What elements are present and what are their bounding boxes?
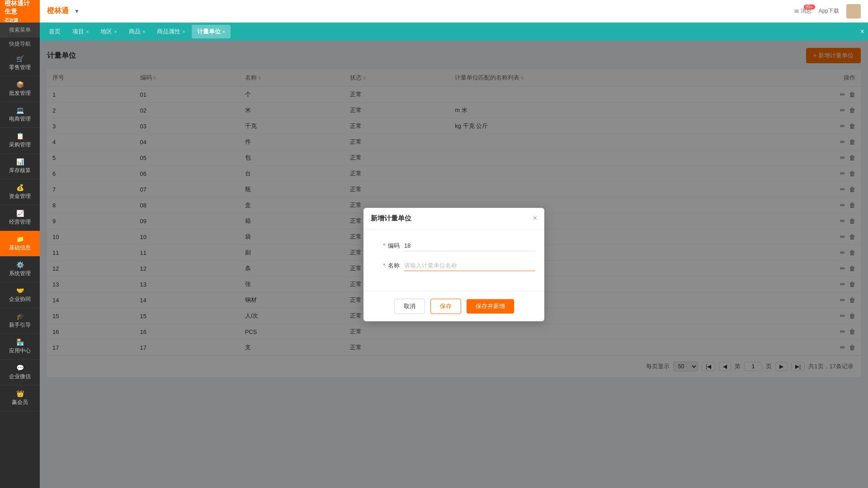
sidebar-item-label: 零售管理 <box>9 64 31 71</box>
code-label: * 编码 <box>373 242 400 250</box>
tab-unit-label: 计量单位 <box>197 28 221 36</box>
sidebar-item-collab[interactable]: 🤝 企业协同 <box>0 282 40 308</box>
tab-project[interactable]: 项目 × <box>67 25 94 38</box>
wholesale-icon: 📦 <box>16 81 24 88</box>
sidebar-item-retail[interactable]: 🛒 零售管理 <box>0 51 40 76</box>
modal-title: 新增计量单位 <box>371 214 411 223</box>
message-badge: 99+ <box>804 5 815 9</box>
sidebar-item-ecommerce[interactable]: 💻 电商管理 <box>0 102 40 128</box>
sidebar-item-label: 新手引导 <box>9 321 31 329</box>
ecommerce-icon: 💻 <box>16 107 24 114</box>
code-required-mark: * <box>383 242 385 249</box>
wechat-icon: 💬 <box>16 364 24 371</box>
sidebar-quicknav-item[interactable]: 快捷导航 <box>0 38 40 51</box>
modal-close-button[interactable]: × <box>533 214 537 222</box>
top-bar-dropdown[interactable]: ▼ <box>74 8 80 14</box>
sidebar-item-guide[interactable]: 🎓 新手引导 <box>0 308 40 334</box>
message-button[interactable]: ✉ 消息 99+ <box>794 7 811 15</box>
modal-footer: 取消 保存 保存并新增 <box>363 291 544 321</box>
operation-icon: 📈 <box>16 210 24 217</box>
tab-region-label: 地区 <box>100 28 112 36</box>
save-add-button[interactable]: 保存并新增 <box>467 299 514 314</box>
sidebar-item-label: 系统管理 <box>9 270 31 277</box>
tab-attributes-label: 商品属性 <box>157 28 180 36</box>
sidebar-item-basic[interactable]: 📁 基础信息 <box>0 231 40 257</box>
name-input[interactable] <box>404 260 535 271</box>
modal-header: 新增计量单位 × <box>363 208 544 230</box>
vip-icon: 👑 <box>16 390 24 397</box>
sidebar-item-system[interactable]: ⚙️ 系统管理 <box>0 257 40 282</box>
sidebar-item-label: 经营管理 <box>9 218 31 226</box>
tab-project-close[interactable]: × <box>86 29 89 34</box>
app-logo-text: 橙林通 <box>47 6 69 16</box>
code-input[interactable] <box>404 240 535 251</box>
main-area: 橙林通 ▼ ✉ 消息 99+ App下载 首页 项目 × 地区 × 商品 × <box>40 0 868 488</box>
sidebar-item-finance[interactable]: 💰 资金管理 <box>0 179 40 205</box>
sidebar-item-operation[interactable]: 📈 经营管理 <box>0 205 40 231</box>
sidebar-item-label: 资金管理 <box>9 192 31 200</box>
sidebar-item-label: 企业微信 <box>9 373 31 380</box>
tab-unit[interactable]: 计量单位 × <box>192 25 231 38</box>
top-bar-left: 橙林通 ▼ <box>47 6 80 16</box>
sidebar-search-item[interactable]: 搜索菜单 <box>0 23 40 38</box>
purchase-icon: 📋 <box>16 132 24 140</box>
sidebar: 橙林通计生意石达源 搜索菜单 快捷导航 🛒 零售管理 📦 批发管理 💻 电商管理… <box>0 0 40 488</box>
appcenter-icon: 🏪 <box>16 338 24 346</box>
sidebar-item-label: 企业协同 <box>9 296 31 303</box>
tab-product[interactable]: 商品 × <box>123 25 151 38</box>
name-required-mark: * <box>383 262 385 269</box>
sidebar-item-label: 基础信息 <box>9 244 31 252</box>
sidebar-item-vip[interactable]: 👑 嬴会员 <box>0 385 40 411</box>
user-avatar[interactable] <box>846 4 861 19</box>
tab-region-close[interactable]: × <box>114 29 117 34</box>
sidebar-item-label: 应用中心 <box>9 347 31 355</box>
inventory-icon: 📊 <box>16 158 24 165</box>
guide-icon: 🎓 <box>16 313 24 320</box>
content-area: 计量单位 + 新增计量单位 序号 编码⇅ 名称⇅ 状态⇅ <box>40 41 868 488</box>
sidebar-item-inventory[interactable]: 📊 库存核算 <box>0 154 40 179</box>
tab-product-label: 商品 <box>129 28 141 36</box>
modal-body: * 编码 * 名称 <box>363 230 544 291</box>
basic-icon: 📁 <box>16 235 24 243</box>
sidebar-item-wholesale[interactable]: 📦 批发管理 <box>0 76 40 102</box>
name-label: * 名称 <box>373 262 400 270</box>
sidebar-item-label: 采购管理 <box>9 141 31 149</box>
tab-home-label: 首页 <box>49 28 61 36</box>
sidebar-item-label: 电商管理 <box>9 115 31 123</box>
finance-icon: 💰 <box>16 184 24 191</box>
tab-product-close[interactable]: × <box>142 29 145 34</box>
tabs-close-all-button[interactable]: × <box>860 28 864 36</box>
message-icon: ✉ <box>794 8 799 14</box>
tab-attributes-close[interactable]: × <box>182 29 185 34</box>
tab-region[interactable]: 地区 × <box>95 25 122 38</box>
sidebar-item-purchase[interactable]: 📋 采购管理 <box>0 128 40 154</box>
tab-unit-close[interactable]: × <box>222 29 225 34</box>
add-unit-modal: 新增计量单位 × * 编码 * 名称 <box>363 208 544 321</box>
tab-home[interactable]: 首页 <box>43 25 66 38</box>
cancel-button[interactable]: 取消 <box>394 299 425 314</box>
sidebar-logo-text: 橙林通计生意石达源 <box>5 0 35 23</box>
modal-overlay: 新增计量单位 × * 编码 * 名称 <box>40 41 868 488</box>
tab-attributes[interactable]: 商品属性 × <box>151 25 190 38</box>
tab-project-label: 项目 <box>72 28 84 36</box>
sidebar-item-label: 批发管理 <box>9 89 31 97</box>
form-row-code: * 编码 <box>373 240 535 251</box>
save-button[interactable]: 保存 <box>430 299 461 314</box>
collab-icon: 🤝 <box>16 287 24 294</box>
tabs-bar: 首页 项目 × 地区 × 商品 × 商品属性 × 计量单位 × × <box>40 23 868 41</box>
system-icon: ⚙️ <box>16 261 24 268</box>
app-download-link[interactable]: App下载 <box>819 7 839 15</box>
sidebar-item-appcenter[interactable]: 🏪 应用中心 <box>0 334 40 360</box>
retail-icon: 🛒 <box>16 55 24 62</box>
sidebar-item-label: 库存核算 <box>9 167 31 174</box>
sidebar-item-wechat[interactable]: 💬 企业微信 <box>0 360 40 385</box>
sidebar-logo: 橙林通计生意石达源 <box>0 0 40 23</box>
sidebar-item-label: 嬴会员 <box>12 399 28 406</box>
top-bar: 橙林通 ▼ ✉ 消息 99+ App下载 <box>40 0 868 23</box>
top-bar-right: ✉ 消息 99+ App下载 <box>794 4 861 19</box>
form-row-name: * 名称 <box>373 260 535 271</box>
